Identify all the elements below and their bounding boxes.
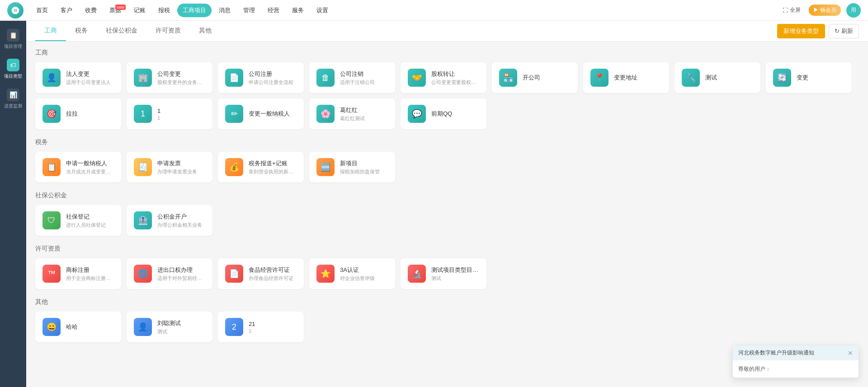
subtab-社保公积金[interactable]: 社保公积金 (97, 21, 146, 41)
card-gongshang-0[interactable]: 👤 法人变更 适用于公司变更法人 (35, 62, 121, 93)
content-area: 工商税务社保公积金许可资质其他 新增业务类型 ↻ 刷新 工商 👤 法人变更 适用… (26, 21, 868, 387)
card-icon: 📄 (225, 69, 243, 87)
add-type-button[interactable]: 新增业务类型 (777, 24, 825, 38)
nav-item-报税[interactable]: 报税 (153, 4, 175, 17)
card-info: 变更一般纳税人 (249, 110, 297, 118)
card-gongshang-11[interactable]: ✏ 变更一般纳税人 (218, 98, 304, 129)
section-title-gongshang: 工商 (35, 49, 859, 57)
card-icon: 🎯 (42, 105, 61, 123)
cards-grid-qita: 😄 哈哈 👤 刘聪测试 测试 2 21 1 (35, 312, 859, 342)
card-shebao-0[interactable]: 🛡 社保登记 进行人员社保登记 (35, 205, 121, 236)
card-xuke-4[interactable]: 🔬 测试项目类型目定义 测试 (401, 258, 486, 289)
card-gongshang-6[interactable]: 📍 变更地址 (583, 62, 669, 93)
card-qita-1[interactable]: 👤 刘聪测试 测试 (127, 312, 212, 342)
user-avatar[interactable]: 用 (846, 3, 861, 18)
card-info: 拉拉 (66, 110, 114, 118)
sidebar-item-项目管理[interactable]: 📋 项目管理 (0, 25, 26, 53)
card-desc: 申请公司注册全流程 (249, 79, 297, 86)
card-qita-2[interactable]: 2 21 1 (218, 312, 304, 342)
card-xuke-1[interactable]: 🌐 进出口权办理 适用于对外贸易经营者 (127, 258, 212, 289)
card-gongshang-9[interactable]: 🎯 拉拉 (35, 98, 121, 129)
vip-button[interactable]: ▶ 畅会员 (809, 5, 841, 16)
card-xuke-3[interactable]: ⭐ 3A认证 对企业信誉评级 (309, 258, 395, 289)
card-icon: 📍 (590, 69, 609, 87)
card-shebao-1[interactable]: 🏦 公积金开户 办理公积金相关业务 (127, 205, 212, 236)
card-icon: 📄 (225, 265, 243, 283)
cards-grid-shebao: 🛡 社保登记 进行人员社保登记 🏦 公积金开户 办理公积金相关业务 (35, 205, 859, 236)
card-desc: 适用于对外贸易经营者 (157, 275, 205, 282)
card-qita-0[interactable]: 😄 哈哈 (35, 312, 121, 342)
sidebar-label: 项目管理 (4, 43, 22, 50)
nav-item-经营[interactable]: 经营 (262, 4, 285, 17)
nav-item-记账[interactable]: 记账 (128, 4, 151, 17)
card-gongshang-13[interactable]: 💬 前期QQ (401, 98, 486, 129)
subtab-工商[interactable]: 工商 (35, 21, 66, 41)
subtabs: 工商税务社保公积金许可资质其他 (35, 21, 221, 41)
sidebar-icon: 📋 (7, 29, 19, 42)
card-icon: ✏ (225, 105, 243, 123)
card-xuke-0[interactable]: ™ 商标注册 用于企业商标注册服务 (35, 258, 121, 289)
card-name: 公司变更 (157, 70, 205, 78)
card-name: 21 (249, 321, 297, 327)
card-gongshang-10[interactable]: 1 1 1 (127, 98, 212, 129)
notif-close-button[interactable]: ✕ (848, 350, 853, 357)
card-desc: 当月或次月成变更完成 (66, 168, 114, 175)
subtab-其他[interactable]: 其他 (190, 21, 221, 41)
fullscreen-button[interactable]: ⛶ 全屏 (780, 5, 803, 16)
refresh-button[interactable]: ↻ 刷新 (829, 24, 859, 38)
sidebar-label: 项目类型 (4, 73, 22, 79)
sidebar-item-项目类型[interactable]: 🏷 项目类型 (0, 55, 26, 83)
nav-item-服务[interactable]: 服务 (287, 4, 309, 17)
card-shuiwu-2[interactable]: 💰 税务报道+记账 拿到营业执照的新公司 (218, 152, 304, 182)
card-gongshang-7[interactable]: 🔧 测试 (675, 62, 760, 93)
card-gongshang-2[interactable]: 📄 公司注册 申请公司注册全流程 (218, 62, 304, 93)
card-gongshang-3[interactable]: 🗑 公司注销 适用于注销公司 (309, 62, 395, 93)
sidebar-item-进度监测[interactable]: 📊 进度监测 (0, 85, 26, 113)
subtab-许可资质[interactable]: 许可资质 (146, 21, 190, 41)
nav-item-消息[interactable]: 消息 (213, 4, 236, 17)
card-info: 新项目 报税加税控盘保管 (340, 159, 388, 175)
card-gongshang-4[interactable]: 🤝 股权转让 公司变更需要股权转让 (401, 62, 486, 93)
nav-item-客户[interactable]: 客户 (55, 4, 78, 17)
card-info: 股权转让 公司变更需要股权转让 (431, 70, 479, 86)
nav-item-工商项目[interactable]: 工商项目 (177, 4, 212, 17)
refresh-icon: ↻ (835, 28, 840, 34)
top-navigation: 首页客户收费票据new记账报税工商项目消息管理经营服务设置 ⛶ 全屏 ▶ 畅会员… (0, 0, 868, 21)
nav-item-收费[interactable]: 收费 (80, 4, 102, 17)
card-name: 税务报道+记账 (249, 159, 297, 168)
card-info: 公司注册 申请公司注册全流程 (249, 70, 297, 86)
card-gongshang-12[interactable]: 🌸 葛红红 葛红红测试 (309, 98, 395, 129)
page-content: 工商 👤 法人变更 适用于公司变更法人 🏢 公司变更 股权变更外的业务变更 📄 … (26, 42, 868, 359)
subtabs-actions: 新增业务类型 ↻ 刷新 (777, 24, 859, 38)
card-name: 变更地址 (614, 74, 662, 82)
card-desc: 1 (249, 328, 297, 334)
card-icon: ™ (42, 265, 61, 283)
card-name: 申请发票 (157, 159, 205, 168)
card-info: 社保登记 进行人员社保登记 (66, 213, 114, 228)
nav-item-设置[interactable]: 设置 (311, 4, 334, 17)
card-gongshang-5[interactable]: 🏪 开公司 (492, 62, 578, 93)
notif-body: 尊敬的用户： (733, 360, 859, 378)
card-gongshang-1[interactable]: 🏢 公司变更 股权变更外的业务变更 (127, 62, 212, 93)
card-info: 3A认证 对企业信誉评级 (340, 266, 388, 282)
card-icon: 🏪 (499, 69, 517, 87)
card-info: 变更 (797, 74, 844, 82)
card-desc: 对企业信誉评级 (340, 275, 388, 282)
card-shuiwu-3[interactable]: 🆕 新项目 报税加税控盘保管 (309, 152, 395, 182)
nav-item-首页[interactable]: 首页 (31, 4, 53, 17)
card-xuke-2[interactable]: 📄 食品经营许可证 办理食品经营许可证 (218, 258, 304, 289)
card-icon: ⭐ (316, 265, 335, 283)
card-gongshang-8[interactable]: 🔄 变更 (766, 62, 852, 93)
card-name: 进出口权办理 (157, 266, 205, 274)
nav-item-管理[interactable]: 管理 (238, 4, 260, 17)
card-info: 进出口权办理 适用于对外贸易经营者 (157, 266, 205, 282)
card-desc: 适用于注销公司 (340, 79, 388, 86)
subtab-税务[interactable]: 税务 (66, 21, 97, 41)
card-info: 公积金开户 办理公积金相关业务 (157, 213, 205, 228)
card-name: 前期QQ (431, 110, 479, 118)
nav-item-票据[interactable]: 票据new (104, 4, 127, 17)
sidebar-label: 进度监测 (4, 103, 22, 109)
card-shuiwu-1[interactable]: 🧾 申请发票 办理申请发票业务 (127, 152, 212, 182)
card-shuiwu-0[interactable]: 📋 申请一般纳税人 当月或次月成变更完成 (35, 152, 121, 182)
main-layout: 📋 项目管理 🏷 项目类型 📊 进度监测 工商税务社保公积金许可资质其他 新增业… (0, 21, 868, 387)
